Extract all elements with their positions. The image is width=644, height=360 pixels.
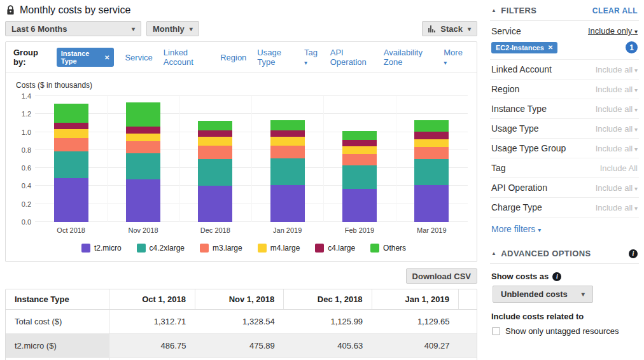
bar-segment-m4-large[interactable] [54, 129, 88, 138]
bar-segment-m3-large[interactable] [270, 146, 305, 159]
bar-segment-t2-micro[interactable] [198, 186, 232, 222]
info-icon[interactable]: i [629, 249, 638, 258]
filter-chip-ec2-instances[interactable]: EC2-Instances ✕ [491, 42, 557, 53]
filter-mode-dropdown[interactable]: Include All [600, 163, 638, 173]
bar-segment-t2-micro[interactable] [126, 179, 160, 222]
legend-item-m3-large[interactable]: m3.large [200, 244, 242, 253]
filter-row-region[interactable]: RegionInclude all ▾ [490, 80, 639, 99]
bar-segment-others[interactable] [54, 104, 88, 123]
filter-mode-dropdown[interactable]: Include all ▾ [596, 183, 638, 193]
filter-row-charge-type[interactable]: Charge TypeInclude all ▾ [490, 198, 639, 218]
granularity-dropdown[interactable]: Monthly ▾ [146, 21, 199, 36]
filter-mode-dropdown[interactable]: Include all ▾ [596, 124, 638, 134]
groupby-link-region[interactable]: Region [220, 53, 246, 62]
bar-segment-c4-large[interactable] [270, 130, 305, 137]
groupby-link-more[interactable]: More ▾ [444, 48, 465, 67]
download-csv-button[interactable]: Download CSV [406, 268, 477, 284]
caret-down-icon: ▾ [538, 226, 541, 233]
show-costs-as-label: Show costs as [491, 272, 549, 281]
bar-segment-others[interactable] [126, 102, 160, 127]
legend-item-c4-2xlarge[interactable]: c4.2xlarge [137, 244, 185, 253]
filter-mode-dropdown[interactable]: Include all ▾ [596, 203, 638, 212]
filter-row-api-operation[interactable]: API OperationInclude all ▾ [490, 178, 639, 198]
bar-segment-others[interactable] [414, 120, 449, 132]
filter-mode-dropdown[interactable]: Include only ▾ [588, 26, 638, 36]
filter-row-instance-type[interactable]: Instance TypeInclude all ▾ [490, 99, 639, 119]
filter-label: Instance Type [491, 104, 547, 114]
untagged-resources-row: Show only untagged resources [490, 326, 639, 336]
chart-area: Costs ($ in thousands) 0.00.20.40.60.81.… [6, 73, 477, 261]
groupby-link-linked-account[interactable]: Linked Account [164, 48, 209, 67]
more-filters-link[interactable]: More filters ▾ [491, 224, 541, 234]
filter-mode-dropdown[interactable]: Include all ▾ [596, 65, 638, 74]
bar-segment-m3-large[interactable] [54, 138, 88, 151]
bar-segment-m4-large[interactable] [126, 134, 160, 141]
bar-segment-t2-micro[interactable] [342, 189, 377, 222]
close-icon[interactable]: ✕ [548, 44, 553, 51]
bar-segment-others[interactable] [270, 120, 305, 130]
legend-item-c4-large[interactable]: c4.large [315, 244, 355, 253]
bar-segment-t2-micro[interactable] [54, 178, 88, 222]
bar-segment-m3-large[interactable] [126, 141, 160, 154]
filter-mode-value: Include all [596, 85, 633, 94]
clear-all-link[interactable]: CLEAR ALL [592, 6, 638, 15]
legend-label: Others [383, 244, 406, 253]
groupby-link-service[interactable]: Service [125, 53, 152, 62]
advanced-options-header[interactable]: ▲ ADVANCED OPTIONS i [490, 243, 639, 264]
legend-item-t2-micro[interactable]: t2.micro [81, 244, 122, 253]
bar-segment-c4-2xlarge[interactable] [414, 159, 449, 185]
bar-segment-m4-large[interactable] [198, 137, 232, 146]
spacer-cell [459, 358, 477, 360]
bar-segment-c4-2xlarge[interactable] [126, 153, 160, 179]
groupby-chip-instance-type[interactable]: Instance Type ✕ [57, 48, 115, 67]
legend-item-m4-large[interactable]: m4.large [258, 244, 300, 253]
groupby-more-label: More [444, 48, 463, 57]
info-icon[interactable]: i [552, 272, 561, 281]
filter-mode-dropdown[interactable]: Include all ▾ [596, 85, 638, 94]
filter-row-service[interactable]: Service Include only ▾ [490, 21, 639, 41]
unblended-costs-dropdown[interactable]: Unblended costs ▾ [493, 286, 593, 303]
bar-segment-c4-2xlarge[interactable] [342, 165, 377, 189]
groupby-link-usage-type[interactable]: Usage Type [257, 48, 293, 67]
bar-segment-c4-2xlarge[interactable] [54, 151, 88, 178]
bar-segment-m4-large[interactable] [270, 137, 305, 146]
bar-segment-c4-large[interactable] [198, 130, 232, 137]
bar-segment-m3-large[interactable] [414, 147, 449, 159]
bar-segment-c4-large[interactable] [126, 127, 160, 134]
legend-swatch [137, 244, 146, 253]
bar-segment-c4-large[interactable] [342, 140, 377, 146]
unblended-costs-value: Unblended costs [501, 289, 568, 299]
filter-label: Linked Account [491, 64, 552, 74]
bar-segment-others[interactable] [342, 131, 377, 140]
filter-row-tag[interactable]: TagInclude All [490, 158, 639, 178]
bar-segment-c4-large[interactable] [414, 132, 449, 139]
bar-segment-m3-large[interactable] [342, 154, 377, 165]
legend-label: m3.large [213, 244, 242, 253]
untagged-resources-checkbox[interactable] [492, 327, 500, 335]
filter-label: Charge Type [491, 202, 542, 212]
bar-segment-c4-2xlarge[interactable] [198, 159, 232, 186]
groupby-link-api-operation[interactable]: API Operation [330, 48, 373, 67]
filter-mode-dropdown[interactable]: Include all ▾ [596, 144, 638, 153]
filter-row-usage-type-group[interactable]: Usage Type GroupInclude all ▾ [490, 139, 639, 158]
bar-segment-c4-large[interactable] [54, 123, 88, 129]
y-axis-tick-label: 1.0 [12, 128, 31, 135]
date-range-dropdown[interactable]: Last 6 Months ▾ [5, 21, 141, 36]
bar-segment-m4-large[interactable] [342, 146, 377, 153]
bar-segment-m3-large[interactable] [198, 146, 232, 159]
filters-section-header[interactable]: ▲ FILTERS CLEAR ALL [490, 0, 639, 21]
filter-mode-dropdown[interactable]: Include all ▾ [596, 104, 638, 114]
legend-item-others[interactable]: Others [370, 244, 406, 253]
bar-segment-c4-2xlarge[interactable] [270, 158, 305, 185]
filter-mode-value: Include all [596, 124, 633, 134]
groupby-link-tag[interactable]: Tag ▾ [304, 48, 319, 67]
chart-style-dropdown[interactable]: Stack ▾ [422, 21, 477, 36]
bar-segment-t2-micro[interactable] [270, 185, 305, 222]
close-icon[interactable]: ✕ [104, 54, 109, 61]
filter-row-linked-account[interactable]: Linked AccountInclude all ▾ [490, 60, 639, 80]
bar-segment-others[interactable] [198, 121, 232, 130]
bar-segment-t2-micro[interactable] [414, 185, 449, 222]
bar-segment-m4-large[interactable] [414, 139, 449, 147]
filter-row-usage-type[interactable]: Usage TypeInclude all ▾ [490, 119, 639, 139]
groupby-link-availability-zone[interactable]: Availability Zone [384, 48, 433, 67]
